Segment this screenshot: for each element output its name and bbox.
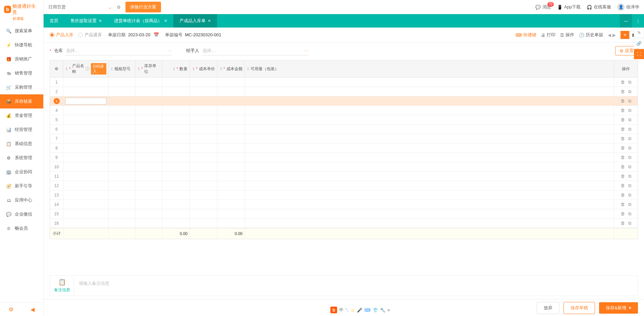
table-row[interactable]: 1🗑⧉ <box>50 78 638 87</box>
sidebar-item-6[interactable]: 💰资金管理 <box>0 108 43 123</box>
department-select[interactable]: 日用百货 ⌄ <box>48 4 112 10</box>
handler-input[interactable]: 选择… ··· <box>202 46 309 55</box>
tab-2[interactable]: 进货单统计表（按商品）✕ <box>108 14 173 28</box>
tab-1[interactable]: 售价提取设置✕ <box>64 14 108 28</box>
delete-row-icon[interactable]: 🗑 <box>621 155 625 160</box>
sidebar-item-5[interactable]: 📦库存核算 <box>0 94 43 108</box>
delete-row-icon[interactable]: 🗑 <box>621 202 625 207</box>
delete-row-icon[interactable]: 🗑 <box>621 183 625 188</box>
gear-icon[interactable]: ⚙ <box>115 5 122 10</box>
history-button[interactable]: 🕑历史单据 <box>579 32 603 38</box>
table-row[interactable]: 6🗑⧉ <box>50 125 638 134</box>
sidebar-item-0[interactable]: 🔍搜索菜单 <box>0 24 43 38</box>
ime-dot-icon[interactable]: °, <box>345 308 348 313</box>
close-icon[interactable]: ✕ <box>208 18 211 23</box>
col-qty[interactable]: ▲▼*数量 <box>162 60 190 77</box>
ime-tool-icon[interactable]: 🔧 <box>380 308 385 313</box>
calendar-icon[interactable]: 📅 <box>154 32 159 37</box>
sidebar-item-13[interactable]: 💬企业微信 <box>0 207 43 221</box>
sidebar-item-14[interactable]: ♔畅会员 <box>0 221 43 235</box>
close-icon[interactable]: ✕ <box>99 18 102 23</box>
save-draft-button[interactable]: 保存草稿 <box>564 302 595 314</box>
col-product-name[interactable]: ▲▼ *产品名称 ⓘ 扫码录入 <box>63 60 109 77</box>
sidebar-item-8[interactable]: 📋基础信息 <box>0 137 43 151</box>
table-row[interactable]: 14🗑⧉ <box>50 200 638 209</box>
copy-row-icon[interactable]: ⧉ <box>628 202 631 207</box>
copy-row-icon[interactable]: ⧉ <box>628 117 631 123</box>
rail-edit-icon[interactable]: ✎ <box>634 28 644 38</box>
app-download-button[interactable]: 📱 App下载 <box>557 4 581 10</box>
sidebar-item-3[interactable]: 🛍销售管理 <box>0 66 43 80</box>
table-row[interactable]: 9🗑⧉ <box>50 153 638 162</box>
table-row[interactable]: +🗑⧉ <box>50 96 638 106</box>
discard-button[interactable]: 放弃 <box>537 302 559 314</box>
delete-row-icon[interactable]: 🗑 <box>621 164 625 169</box>
user-menu[interactable]: 👤 徐泽华 <box>617 3 639 11</box>
delete-row-icon[interactable]: 🗑 <box>621 80 625 85</box>
ime-lang[interactable]: 中 <box>339 307 343 313</box>
table-row[interactable]: 4🗑⧉ <box>50 106 638 115</box>
ime-smile-icon[interactable]: ☺ <box>351 308 355 313</box>
remark-input[interactable]: 请输入备注信息 <box>74 276 638 296</box>
delete-row-icon[interactable]: 🗑 <box>621 117 625 122</box>
copy-row-icon[interactable]: ⧉ <box>628 174 631 179</box>
sidebar-item-9[interactable]: ⚙系统管理 <box>0 151 43 165</box>
table-row[interactable]: 5🗑⧉ <box>50 115 638 125</box>
rail-expand-icon[interactable]: ⛶ <box>634 49 644 59</box>
sidebar-item-10[interactable]: 🏢企业协同 <box>0 165 43 179</box>
tab-menu-button[interactable]: ⋮ <box>632 14 644 28</box>
table-row[interactable]: 16🗑⧉ <box>50 219 638 228</box>
collapse-icon[interactable]: ◀ <box>31 306 35 313</box>
table-row[interactable]: 7🗑⧉ <box>50 134 638 143</box>
ime-menu-icon[interactable]: ≡ <box>387 308 390 313</box>
radio-product-out[interactable]: 产品退库 <box>78 32 102 38</box>
col-settings-icon[interactable]: ⚙ <box>50 60 63 77</box>
col-price[interactable]: ▲▼*成本单价 <box>190 60 217 77</box>
table-row[interactable]: 11🗑⧉ <box>50 172 638 181</box>
save-new-button[interactable]: 保存&新增 ▾ <box>599 302 638 314</box>
online-service-button[interactable]: 🎧 在线客服 <box>587 4 611 10</box>
tab-3[interactable]: 产成品入库单✕ <box>173 14 217 28</box>
close-icon[interactable]: ✕ <box>164 18 167 23</box>
delete-row-icon[interactable]: 🗑 <box>621 108 625 113</box>
product-name-input[interactable] <box>65 98 106 104</box>
sidebar-item-1[interactable]: ⚡快捷导航 <box>0 38 43 52</box>
table-row[interactable]: 15🗑⧉ <box>50 209 638 219</box>
col-available[interactable]: ▲▼可用量（包装） <box>245 60 614 77</box>
delete-row-icon[interactable]: 🗑 <box>621 174 625 179</box>
help-icon[interactable]: ⓘ <box>86 66 90 72</box>
warehouse-input[interactable]: 选择… ··· <box>65 46 173 55</box>
next-doc-icon[interactable]: ▶ <box>612 33 616 38</box>
copy-row-icon[interactable]: ⧉ <box>628 108 631 113</box>
col-unit[interactable]: ▲▼*库存单位 <box>136 60 162 77</box>
copy-row-icon[interactable]: ⧉ <box>628 183 631 188</box>
copy-row-icon[interactable]: ⧉ <box>628 192 631 198</box>
table-row[interactable]: 10🗑⧉ <box>50 162 638 172</box>
prev-doc-icon[interactable]: ◀ <box>608 33 611 38</box>
delete-row-icon[interactable]: 🗑 <box>621 211 625 216</box>
table-row[interactable]: 13🗑⧉ <box>50 190 638 200</box>
sidebar-item-4[interactable]: 🛒采购管理 <box>0 80 43 94</box>
sidebar-item-11[interactable]: 🧭新手引导 <box>0 179 43 193</box>
radio-product-in[interactable]: 产品入库 <box>50 32 73 38</box>
delete-row-icon[interactable]: 🗑 <box>621 136 625 141</box>
delete-row-icon[interactable]: 🗑 <box>621 127 625 132</box>
sogou-icon[interactable]: S <box>330 307 337 313</box>
print-button[interactable]: 🖨打印 <box>541 32 555 38</box>
doc-date-value[interactable]: 2023-03-20 <box>128 32 151 37</box>
remark-tab[interactable]: 📋 备注信息 <box>50 276 74 296</box>
tab-minimize-button[interactable]: — <box>620 14 632 28</box>
rail-link-icon[interactable]: 🔗 <box>634 38 644 48</box>
copy-row-icon[interactable]: ⧉ <box>628 136 631 141</box>
delete-row-icon[interactable]: 🗑 <box>621 145 625 150</box>
copy-row-icon[interactable]: ⧉ <box>628 80 631 85</box>
copy-row-icon[interactable]: ⧉ <box>628 145 631 151</box>
copy-row-icon[interactable]: ⧉ <box>628 98 631 104</box>
scan-entry-button[interactable]: 扫码录入 <box>91 63 106 75</box>
ime-person-icon[interactable]: 👕 <box>373 308 378 313</box>
col-amount[interactable]: ▲▼*成本金额 <box>217 60 245 77</box>
delete-row-icon[interactable]: 🗑 <box>621 221 625 226</box>
shortcut-button[interactable]: ⌨快捷键 <box>516 32 536 38</box>
table-row[interactable]: 2🗑⧉ <box>50 87 638 96</box>
delete-row-icon[interactable]: 🗑 <box>621 98 625 103</box>
